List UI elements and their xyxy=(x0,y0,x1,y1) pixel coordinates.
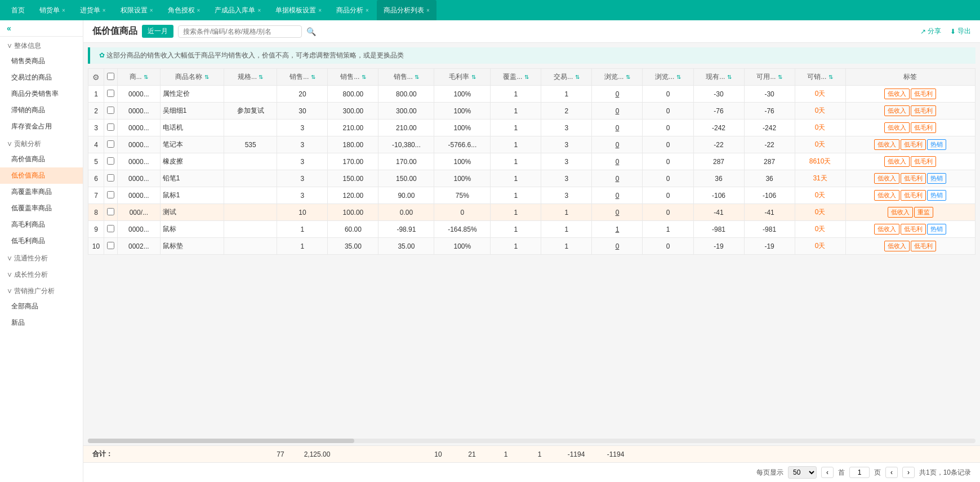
sort-spec-icon[interactable]: ⇅ xyxy=(259,74,263,80)
cell-checkbox[interactable] xyxy=(104,136,118,153)
sidebar-item-low-value[interactable]: 低价值商品 xyxy=(0,167,83,184)
browse1-link[interactable]: 0 xyxy=(616,90,620,98)
nav-permission[interactable]: 权限设置 × xyxy=(114,0,160,20)
cell-browse1[interactable]: 0 xyxy=(592,153,643,170)
nav-analysis-list[interactable]: 商品分析列表 × xyxy=(377,0,436,20)
browse1-link[interactable]: 0 xyxy=(616,158,620,166)
nav-close-template[interactable]: × xyxy=(318,7,322,14)
sidebar-item-high-margin[interactable]: 高毛利商品 xyxy=(0,216,83,233)
nav-close-role[interactable]: × xyxy=(197,7,201,14)
nav-sales-order[interactable]: 销货单 × xyxy=(33,0,72,20)
sort-trade-icon[interactable]: ⇅ xyxy=(575,74,580,80)
cell-browse1[interactable]: 1 xyxy=(592,221,643,238)
cell-browse1[interactable]: 0 xyxy=(592,86,643,103)
cell-browse1[interactable]: 0 xyxy=(592,187,643,204)
cell-checkbox[interactable] xyxy=(104,120,118,136)
browse1-link[interactable]: 1 xyxy=(616,225,620,233)
sidebar-item-traded[interactable]: 交易过的商品 xyxy=(0,69,83,86)
row-checkbox[interactable] xyxy=(107,90,114,97)
nav-close-sales[interactable]: × xyxy=(62,7,65,14)
sidebar-item-category-sales-rate[interactable]: 商品分类销售率 xyxy=(0,86,83,102)
sidebar-item-low-coverage[interactable]: 低覆盖率商品 xyxy=(0,200,83,216)
sort-browse1-icon[interactable]: ⇅ xyxy=(626,74,630,80)
sort-cover-icon[interactable]: ⇅ xyxy=(524,74,529,80)
nav-close-product[interactable]: × xyxy=(257,7,261,14)
sort-sale1-icon[interactable]: ⇅ xyxy=(311,74,315,80)
row-checkbox[interactable] xyxy=(107,174,114,182)
nav-close-analysis[interactable]: × xyxy=(366,7,369,14)
nav-purchase[interactable]: 进货单 × xyxy=(73,0,113,20)
browse1-link[interactable]: 0 xyxy=(616,107,620,115)
sort-browse2-icon[interactable]: ⇅ xyxy=(676,74,681,80)
sidebar-item-high-value[interactable]: 高价值商品 xyxy=(0,151,83,167)
cell-checkbox[interactable] xyxy=(104,86,118,103)
cell-checkbox[interactable] xyxy=(104,103,118,120)
nav-close-purchase[interactable]: × xyxy=(103,7,106,14)
search-input[interactable] xyxy=(178,25,302,38)
filter-period-btn[interactable]: 近一月 xyxy=(142,25,173,38)
export-btn[interactable]: ⬇ 导出 xyxy=(950,26,971,36)
browse1-link[interactable]: 0 xyxy=(616,141,620,149)
row-checkbox[interactable] xyxy=(107,242,114,249)
sidebar-item-all-products[interactable]: 全部商品 xyxy=(0,298,83,315)
nav-product-analysis[interactable]: 商品分析 × xyxy=(329,0,376,20)
select-all-checkbox[interactable] xyxy=(107,73,114,80)
sidebar-item-slow-moving[interactable]: 滞销的商品 xyxy=(0,102,83,118)
sort-stock1-icon[interactable]: ⇅ xyxy=(727,74,732,80)
sort-code-icon[interactable]: ⇅ xyxy=(144,74,148,80)
nav-home[interactable]: 首页 xyxy=(5,0,32,20)
sidebar-item-sales-category[interactable]: 销售类商品 xyxy=(0,53,83,69)
row-checkbox[interactable] xyxy=(107,225,114,232)
cell-checkbox[interactable] xyxy=(104,221,118,238)
browse1-link[interactable]: 0 xyxy=(616,209,620,216)
th-checkbox[interactable] xyxy=(104,69,118,86)
sort-name-icon[interactable]: ⇅ xyxy=(204,74,209,80)
nav-role-auth[interactable]: 角色授权 × xyxy=(161,0,207,20)
cell-browse1[interactable]: 0 xyxy=(592,204,643,221)
browse1-link[interactable]: 0 xyxy=(616,242,620,250)
sort-margin-icon[interactable]: ⇅ xyxy=(471,74,476,80)
cell-browse1[interactable]: 0 xyxy=(592,170,643,187)
sort-sale2-icon[interactable]: ⇅ xyxy=(362,74,366,80)
cell-checkbox[interactable] xyxy=(104,153,118,170)
nav-close-list[interactable]: × xyxy=(426,7,430,14)
row-checkbox[interactable] xyxy=(107,157,114,165)
sidebar-collapse-btn[interactable]: « xyxy=(5,24,14,33)
next-page-btn[interactable]: › xyxy=(902,467,915,478)
cell-browse1[interactable]: 0 xyxy=(592,238,643,255)
browse1-link[interactable]: 0 xyxy=(616,124,620,132)
sidebar-item-low-margin[interactable]: 低毛利商品 xyxy=(0,233,83,249)
search-icon[interactable]: 🔍 xyxy=(306,27,316,36)
first-page-btn[interactable]: ‹ xyxy=(821,467,834,478)
scrollbar-thumb[interactable] xyxy=(88,439,354,443)
cell-checkbox[interactable] xyxy=(104,238,118,255)
cell-browse1[interactable]: 0 xyxy=(592,136,643,153)
row-checkbox[interactable] xyxy=(107,140,114,148)
sidebar-item-high-coverage[interactable]: 高覆盖率商品 xyxy=(0,184,83,200)
gear-icon[interactable]: ⚙ xyxy=(92,73,100,82)
prev-page-btn[interactable]: ‹ xyxy=(885,467,898,478)
nav-template[interactable]: 单据模板设置 × xyxy=(269,0,328,20)
cell-checkbox[interactable] xyxy=(104,204,118,221)
per-page-select[interactable]: 50 100 xyxy=(788,466,817,479)
browse1-link[interactable]: 0 xyxy=(616,175,620,183)
page-number-input[interactable] xyxy=(849,467,870,478)
sort-sale3-icon[interactable]: ⇅ xyxy=(415,74,419,80)
cell-browse1[interactable]: 0 xyxy=(592,103,643,120)
cell-browse1[interactable]: 0 xyxy=(592,120,643,136)
row-checkbox[interactable] xyxy=(107,107,114,114)
th-gear[interactable]: ⚙ xyxy=(88,69,104,86)
sort-stock3-icon[interactable]: ⇅ xyxy=(828,74,833,80)
nav-product-stock[interactable]: 产成品入库单 × xyxy=(208,0,268,20)
cell-checkbox[interactable] xyxy=(104,187,118,204)
browse1-link[interactable]: 0 xyxy=(616,192,620,200)
horizontal-scrollbar[interactable] xyxy=(88,439,975,443)
row-checkbox[interactable] xyxy=(107,123,114,131)
sidebar-item-inventory-capital[interactable]: 库存资金占用 xyxy=(0,118,83,135)
nav-close-permission[interactable]: × xyxy=(150,7,153,14)
sidebar-item-new-products[interactable]: 新品 xyxy=(0,315,83,331)
row-checkbox[interactable] xyxy=(107,191,114,198)
row-checkbox[interactable] xyxy=(107,208,114,215)
cell-checkbox[interactable] xyxy=(104,170,118,187)
sort-stock2-icon[interactable]: ⇅ xyxy=(778,74,782,80)
